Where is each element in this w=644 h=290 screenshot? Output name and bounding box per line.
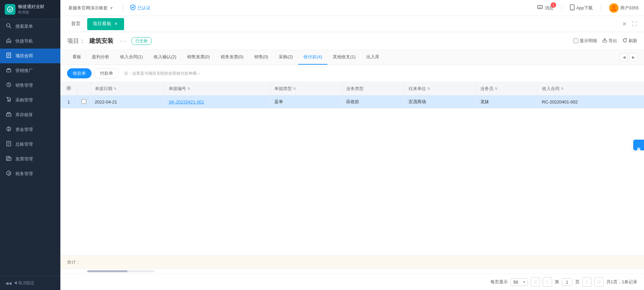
settings-icon [66, 87, 71, 92]
salesperson-col-header[interactable]: 业务员 ⇅ [476, 82, 538, 95]
subtabs: 看板 盈利分析 收入合同(1) 收入确认(2) 销售发票(0) 税务发票(0) … [60, 50, 644, 65]
subtab-purchase[interactable]: 采购(2) [273, 50, 298, 65]
subtab-prev-btn[interactable]: ◀ [620, 53, 628, 61]
subtab-tax-invoice[interactable]: 税务发票(0) [215, 50, 249, 65]
tab-close-btn[interactable]: ✕ [113, 21, 119, 26]
topbar-divider3 [601, 4, 601, 12]
pagination: 每页显示 50 100 200 ▼ ⟨⟨ ⟨ 第 1 页 ⟩ ⟩⟩ 共1页，1条… [60, 274, 644, 290]
number-col-label: 单据编号 [169, 86, 186, 92]
page-size-select[interactable]: 50 100 200 [511, 278, 528, 286]
table-header-row: 单据日期 ⇅ 单据编号 ⇅ 单据类型 [60, 82, 644, 95]
content-area: 项目： 建筑安装 ··· 已生效 显示明细 导出 [60, 32, 644, 290]
sidebar-item-quicknav-label: 快捷导航 [15, 38, 33, 44]
inventory-icon [5, 112, 12, 118]
view-receipt-btn[interactable]: 收款单 [67, 68, 92, 78]
svg-line-2 [10, 27, 11, 28]
next-page-btn[interactable]: ⟩ [582, 277, 592, 287]
messages-btn[interactable]: 消息 1 [537, 4, 553, 11]
project-name: 建筑安装 [89, 37, 113, 45]
export-btn[interactable]: 导出 [602, 38, 617, 44]
subtab-other-income[interactable]: 其他收支(1) [327, 50, 361, 65]
sidebar-item-purchase[interactable]: 采购管理 [0, 93, 60, 107]
svg-point-11 [9, 101, 10, 102]
scrollbar-area [60, 269, 644, 274]
document-number-link[interactable]: SK-20220421-001 [169, 99, 204, 104]
sidebar-item-sales[interactable]: 销售管理 [0, 78, 60, 93]
counterpart-sort-icon: ⇅ [427, 87, 430, 90]
maximize-icon[interactable]: ⛶ [631, 20, 639, 28]
user-menu[interactable]: 用户3355 [609, 3, 639, 13]
show-detail-checkbox[interactable] [574, 39, 578, 43]
sidebar-item-tax[interactable]: 税 税务管理 [0, 166, 60, 181]
subtab-sales[interactable]: 销售(0) [249, 50, 274, 65]
subtab-income-contract[interactable]: 收入合同(1) [115, 50, 148, 65]
settings-col-header[interactable] [60, 82, 77, 95]
subtab-sales-invoice[interactable]: 销售发票(0) [182, 50, 215, 65]
finance-icon [5, 126, 12, 133]
row-number[interactable]: SK-20220421-001 [165, 95, 270, 108]
payment-btn-label: 付款单 [100, 71, 113, 76]
tab-home[interactable]: 首页 [66, 18, 86, 30]
invoice-icon [5, 156, 12, 162]
subtab-income-confirm-label: 收入确认(2) [154, 54, 176, 59]
subtab-payment[interactable]: 收付款(4) [298, 50, 327, 65]
prev-page-btn[interactable]: ⟨ [543, 277, 552, 287]
receipt-btn-label: 收款单 [73, 71, 86, 76]
total-label: 合计： [67, 260, 80, 265]
contract-icon [5, 53, 12, 59]
sidebar-item-invoice[interactable]: 发票管理 [0, 152, 60, 166]
row-select-checkbox[interactable] [82, 99, 86, 104]
subtab-kanban[interactable]: 看板 [67, 50, 87, 65]
row-checkbox[interactable] [77, 95, 91, 108]
page-size-wrapper: 50 100 200 ▼ [511, 278, 528, 286]
sidebar-item-ledger[interactable]: 总账管理 [0, 137, 60, 152]
project-selector[interactable]: 新服务官网演示账套 ▼ [66, 4, 116, 12]
show-detail-toggle[interactable]: 显示明细 [574, 38, 597, 44]
sidebar-item-marketing[interactable]: 营销推广 [0, 63, 60, 78]
tab-project-board[interactable]: 项目看板 ✕ [87, 18, 124, 30]
view-payment-btn[interactable]: 付款单 [94, 68, 119, 78]
counterpart-col-header[interactable]: 往来单位 ⇅ [404, 82, 476, 95]
sidebar-item-search[interactable]: 搜索菜单 [0, 19, 60, 34]
counterpart-col-label: 往来单位 [409, 86, 426, 92]
sidebar: 畅捷通好业财 标准版 搜索菜单 快捷导航 项目合同 营销推广 [0, 0, 60, 290]
refresh-label: 刷新 [629, 38, 637, 44]
first-page-btn[interactable]: ⟨⟨ [531, 277, 540, 287]
app-download-label: App下载 [576, 5, 593, 11]
number-col-header[interactable]: 单据编号 ⇅ [165, 82, 270, 95]
date-col-label: 单据日期 [95, 86, 112, 92]
app-edition: 标准版 [18, 10, 44, 15]
subtab-next-btn[interactable]: ▶ [629, 53, 637, 61]
sidebar-footer-label: ◀ 取消固定 [13, 280, 35, 286]
subtab-inout[interactable]: 出入库 [361, 50, 385, 65]
date-col-header[interactable]: 单据日期 ⇅ [91, 82, 165, 95]
sidebar-pin-toggle[interactable]: ◀◀ ◀ 取消固定 [0, 276, 60, 290]
last-page-btn[interactable]: ⟩⟩ [594, 277, 604, 287]
svg-rect-20 [8, 157, 11, 160]
close-window-icon[interactable]: ✕ [621, 19, 628, 28]
feedback-btn[interactable]: 意见反馈 [633, 140, 644, 150]
refresh-btn[interactable]: 刷新 [623, 38, 637, 44]
sidebar-item-inventory-label: 库存核算 [15, 112, 33, 118]
sidebar-item-finance-label: 资金管理 [15, 127, 33, 133]
subtab-income-confirm[interactable]: 收入确认(2) [148, 50, 182, 65]
checkbox-col-header [77, 82, 91, 95]
app-title-block: 畅捷通好业财 标准版 [18, 4, 44, 15]
table-empty-space [60, 108, 644, 256]
row-index: 1 [60, 95, 77, 108]
tab-home-label: 首页 [71, 21, 80, 26]
subtab-profit[interactable]: 盈利分析 [87, 50, 115, 65]
table-row[interactable]: 1 2022-04-21 SK-20220421-001 蓝单 应收款 宏茂商场… [60, 95, 644, 108]
income-contract-col-header[interactable]: 收入合同 ⇅ [538, 82, 644, 95]
project-more-btn[interactable]: ··· [120, 38, 127, 45]
app-download-btn[interactable]: App下载 [570, 4, 593, 11]
current-page[interactable]: 1 [562, 278, 573, 286]
horizontal-scrollbar-thumb[interactable] [87, 270, 127, 272]
sidebar-item-quicknav[interactable]: 快捷导航 [0, 34, 60, 49]
sidebar-item-finance[interactable]: 资金管理 [0, 122, 60, 137]
horizontal-scrollbar-track[interactable] [87, 270, 154, 272]
type-col-header[interactable]: 单据类型 ⇅ [270, 82, 342, 95]
sidebar-item-project[interactable]: 项目合同 [0, 49, 60, 63]
page-size-label: 每页显示 [490, 279, 508, 285]
sidebar-item-inventory[interactable]: 库存核算 [0, 107, 60, 122]
